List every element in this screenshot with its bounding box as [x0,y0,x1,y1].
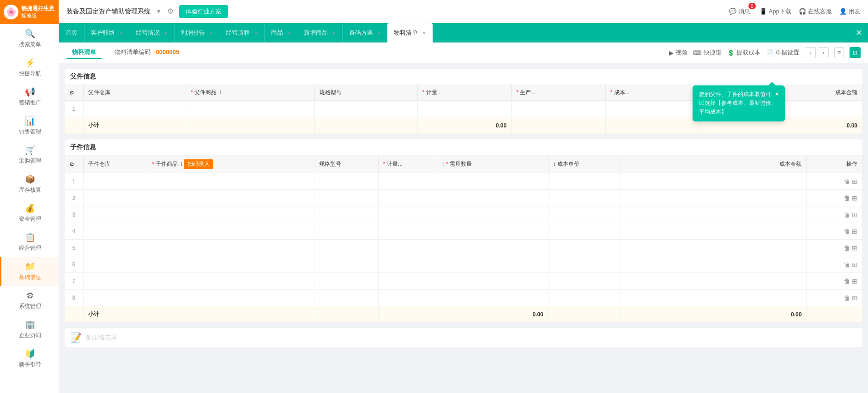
close-icon[interactable]: × [164,30,167,36]
th-child-action: 操作 [807,156,862,173]
child-product-1[interactable] [147,173,314,190]
copy-btn-8[interactable]: ⊞ [852,294,857,302]
sidebar-item-purchase[interactable]: 🛒 采购管理 [0,140,59,169]
message-btn[interactable]: 💬 6 消息 [727,6,752,18]
th-child-unit-cost: ↕ 成本单价 [548,156,621,173]
delete-btn-1[interactable]: 🗑 [844,178,850,185]
child-product-2[interactable] [147,190,314,206]
sidebar-item-operations[interactable]: 📋 经营管理 [0,228,59,257]
child-warehouse-2[interactable] [83,190,147,206]
copy-btn-3[interactable]: ⊞ [852,211,857,218]
tab-bom[interactable]: 物料清单 × [387,23,432,42]
copy-btn-7[interactable]: ⊞ [852,278,857,285]
child-subtotal-quantity: 0.00 [437,306,548,323]
child-spec-2[interactable] [314,190,379,206]
info-icon[interactable]: ℹ [219,90,221,95]
extract-cost-btn[interactable]: 💲 提取成本 [727,48,760,57]
child-unit-2[interactable] [378,190,437,206]
parent-cost-1[interactable] [605,101,699,117]
child-warehouse-1[interactable] [83,173,147,190]
close-icon[interactable]: × [378,30,380,36]
sidebar-item-marketing[interactable]: 📢 营销推广 [0,82,59,111]
copy-btn-5[interactable]: ⊞ [852,244,857,252]
video-btn[interactable]: ▶ 视频 [669,48,687,57]
scan-btn[interactable]: 扫码录入 [184,159,213,169]
top-header: 装备及固定资产辅助管理系统 ▼ ⚙ 体验行业方案 💬 6 消息 📱 App下载 … [59,0,868,23]
child-unit-cost-2[interactable] [548,190,621,206]
delete-btn-3[interactable]: 🗑 [844,211,850,218]
parent-warehouse-1[interactable] [83,101,186,117]
single-setup-btn[interactable]: 📄 单据设置 [766,48,799,57]
th-child-settings[interactable]: ⚙ [65,156,83,173]
gear-icon: ⚙ [69,161,74,168]
shortcut-btn[interactable]: ⌨ 快捷键 [693,48,722,57]
app-download-btn[interactable]: 📱 App下载 [760,7,791,16]
th-child-cost-amount: 成本金额 [621,156,807,173]
tab-history[interactable]: 经营历程 × [219,23,264,42]
tab-barcode[interactable]: 条码方案 × [343,23,387,42]
content-area: 物料清单 物料清单编码 0000005 ▶ 视频 ⌨ 快捷键 💲 提取成本 [59,42,868,393]
tab-new-goods[interactable]: 新增商品 × [297,23,342,42]
close-icon[interactable]: × [422,30,425,36]
expand-btn[interactable]: ⊡ [850,47,861,58]
sidebar-item-search[interactable]: 🔍 搜索菜单 [0,24,59,53]
settings-icon[interactable]: ⚙ [167,7,174,16]
sidebar-item-sales[interactable]: 📊 销售管理 [0,111,59,140]
sidebar-item-system[interactable]: ⚙ 系统管理 [0,286,59,315]
parent-unit-1[interactable] [417,101,511,117]
page-tab-bom[interactable]: 物料清单 [66,46,102,59]
sidebar-logo: 🌸 畅捷通好生意 标准版 [0,0,59,24]
sidebar-item-basic-info[interactable]: 📁 基础信息 [0,257,59,286]
inventory-icon: 📦 [25,174,35,184]
child-unit-1[interactable] [378,173,437,190]
child-quantity-1[interactable] [437,173,548,190]
sidebar-item-finance[interactable]: 💰 资金管理 [0,199,59,228]
tooltip-box: × 您的父件、子件的成本取值可以选择【参考成本、最新进价、平均成本】 [693,85,785,121]
th-parent-settings[interactable]: ⚙ [65,85,83,101]
th-parent-production: * 生产... [512,85,605,101]
tab-home[interactable]: 首页 [59,23,84,42]
delete-btn-6[interactable]: 🗑 [844,261,850,268]
delete-btn-7[interactable]: 🗑 [844,278,850,285]
nav-prev-btn[interactable]: ‹ [805,47,816,58]
child-spec-1[interactable] [314,173,379,190]
user-btn[interactable]: 👤 用友 [839,7,861,16]
close-icon[interactable]: × [254,30,257,36]
tab-operations[interactable]: 经营情况 × [129,23,174,42]
th-parent-unit: * 计量... [417,85,511,101]
tab-goods[interactable]: 商品 × [265,23,297,42]
child-row-6: 6 🗑 ⊞ [65,256,862,273]
delete-btn-4[interactable]: 🗑 [844,228,850,235]
parent-spec-1[interactable] [315,101,418,117]
sidebar-item-guide[interactable]: 🔰 新手引导 [0,344,59,373]
sidebar-item-quick-nav[interactable]: ⚡ 快捷导航 [0,53,59,82]
child-table: ⚙ 子件仓库 * 子件商品 ℹ 扫码录入 规格型号 * [65,156,862,323]
layout-btn[interactable]: ≡ [834,47,844,58]
tab-customer[interactable]: 客户联络 × [84,23,129,42]
child-quantity-2[interactable] [437,190,548,206]
tab-profit[interactable]: 利润报告 × [175,23,219,42]
copy-btn-6[interactable]: ⊞ [852,261,857,268]
delete-btn-8[interactable]: 🗑 [844,294,850,302]
close-icon[interactable]: × [332,30,335,36]
copy-btn-2[interactable]: ⊞ [852,194,857,202]
try-button[interactable]: 体验行业方案 [179,5,228,18]
note-placeholder[interactable]: 备注/备忘录 [85,333,117,342]
close-all-btn[interactable]: ✕ [850,28,868,38]
copy-btn-1[interactable]: ⊞ [852,178,857,185]
close-icon[interactable]: × [120,30,122,36]
child-info-icon[interactable]: ℹ [181,161,182,167]
nav-next-btn[interactable]: › [818,47,829,58]
sidebar-item-enterprise[interactable]: 🏢 企业协同 [0,315,59,344]
online-support-btn[interactable]: 🎧 在线客服 [799,7,832,16]
close-icon[interactable]: × [288,30,290,36]
tooltip-close-btn[interactable]: × [775,90,778,99]
parent-product-1[interactable] [186,101,315,117]
sidebar-item-inventory[interactable]: 📦 库存核算 [0,169,59,199]
parent-production-1[interactable] [512,101,605,117]
copy-btn-4[interactable]: ⊞ [852,228,857,235]
delete-btn-2[interactable]: 🗑 [844,194,850,202]
child-unit-cost-1[interactable] [548,173,621,190]
delete-btn-5[interactable]: 🗑 [844,244,850,252]
close-icon[interactable]: × [210,30,212,36]
